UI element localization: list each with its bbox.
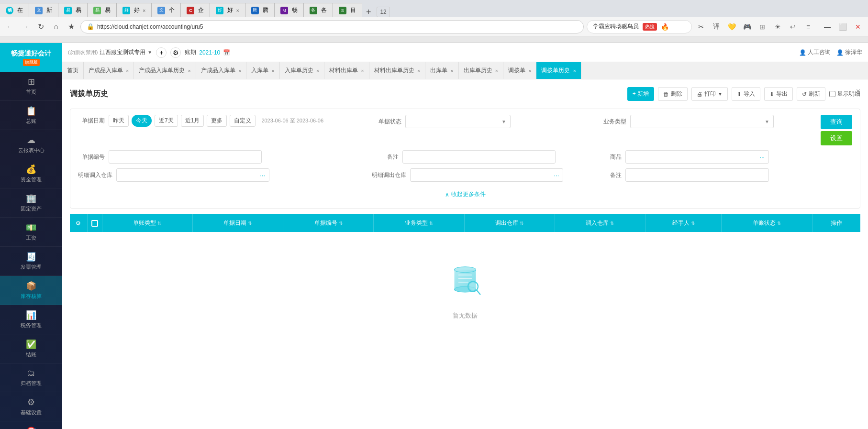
- browser-tab-6[interactable]: 文 个: [152, 3, 181, 17]
- maximize-button[interactable]: ⬜: [836, 21, 849, 33]
- browser-tab-10[interactable]: M 畅: [275, 3, 304, 17]
- date-7days-btn[interactable]: 近7天: [155, 115, 178, 127]
- goods-selector[interactable]: ···: [625, 150, 769, 164]
- tab-material-out-history[interactable]: 材料出库单历史 ×: [369, 62, 425, 79]
- tab-material-out[interactable]: 材料出库单 ×: [324, 62, 369, 79]
- browser-tab-9[interactable]: 腾 腾: [245, 3, 275, 17]
- sidebar-item-settings[interactable]: ⚙ 基础设置: [0, 392, 62, 421]
- sidebar-item-salary[interactable]: 💵 工资: [0, 218, 62, 247]
- th-checkbox[interactable]: [87, 214, 102, 232]
- customer-service-btn[interactable]: 👤 人工咨询: [799, 48, 831, 56]
- sidebar-item-report[interactable]: ☁ 云报表中心: [0, 130, 62, 159]
- grid-icon[interactable]: ⊞: [756, 21, 768, 33]
- browser-tab-5[interactable]: 好 好 ×: [117, 3, 152, 17]
- tab-count-badge[interactable]: 12: [377, 7, 389, 17]
- minimize-button[interactable]: —: [821, 21, 834, 33]
- forward-button[interactable]: →: [19, 21, 32, 33]
- th-doc-no[interactable]: 单据编号 ⇅: [283, 214, 374, 232]
- header-checkbox[interactable]: [91, 220, 98, 227]
- browser-tab-1[interactable]: 畅 在: [0, 3, 29, 17]
- browser-tab-8[interactable]: 好 好 ×: [210, 3, 245, 17]
- address-bar[interactable]: 🔒 https://cloud.chanjet.com/accounting/u…: [80, 20, 584, 33]
- refresh-button[interactable]: ↺ 刷新: [797, 87, 825, 101]
- tab-product-inbound-history-close[interactable]: ×: [188, 68, 190, 74]
- sidebar-item-assets[interactable]: 🏢 固定资产: [0, 188, 62, 218]
- th-out-warehouse[interactable]: 调出仓库 ⇅: [464, 214, 555, 232]
- page-close-button[interactable]: ×: [856, 87, 860, 96]
- docno-input[interactable]: [109, 150, 262, 164]
- th-doc-type[interactable]: 单账类型 ⇅: [102, 214, 192, 232]
- delete-button[interactable]: 🗑 删除: [658, 87, 688, 101]
- gear-settings-button[interactable]: ⚙: [170, 47, 181, 58]
- tab-transfer-close[interactable]: ×: [528, 68, 531, 74]
- tab-inbound[interactable]: 入库单 ×: [246, 62, 279, 79]
- tab-product-inbound2-close[interactable]: ×: [238, 68, 241, 74]
- browser-tab-11[interactable]: 各 各: [304, 3, 333, 17]
- tab-product-inbound-close[interactable]: ×: [126, 68, 129, 74]
- new-button[interactable]: + 新增: [627, 87, 654, 101]
- query-button[interactable]: 查询: [821, 115, 852, 129]
- new-tab-button[interactable]: +: [362, 7, 375, 17]
- date-1month-btn[interactable]: 近1月: [181, 115, 204, 127]
- note2-input[interactable]: [625, 168, 769, 182]
- filter-settings-button[interactable]: 设置: [821, 131, 852, 145]
- tab-close-5[interactable]: ×: [143, 8, 145, 13]
- tab-transfer[interactable]: 调拨单 ×: [503, 62, 536, 79]
- game-icon[interactable]: 🎮: [741, 21, 753, 33]
- warehouse-in-selector[interactable]: ···: [116, 168, 269, 182]
- tab-outbound-history-close[interactable]: ×: [495, 68, 498, 74]
- th-doc-status[interactable]: 单账状态 ⇅: [722, 214, 812, 232]
- tab-product-inbound2[interactable]: 产成品入库单 ×: [196, 62, 246, 79]
- th-handler[interactable]: 经手人 ⇅: [645, 214, 722, 232]
- menu-icon[interactable]: ≡: [802, 21, 814, 33]
- th-gear[interactable]: ⚙: [70, 214, 87, 232]
- tab-outbound-history[interactable]: 出库单历史 ×: [459, 62, 503, 79]
- browser-tab-2[interactable]: 文 新: [29, 3, 58, 17]
- tab-material-out-history-close[interactable]: ×: [417, 68, 420, 74]
- tab-transfer-history[interactable]: 调拨单历史 ×: [536, 62, 581, 79]
- sidebar-item-close[interactable]: ✅ 结账: [0, 334, 62, 363]
- browser-tab-3[interactable]: 易 易: [58, 3, 88, 17]
- sidebar-item-funds[interactable]: 💰 资金管理: [0, 159, 62, 188]
- calendar-icon[interactable]: 📅: [223, 49, 230, 56]
- tab-inbound-history[interactable]: 入库单历史 ×: [280, 62, 324, 79]
- th-in-warehouse[interactable]: 调入仓库 ⇅: [555, 214, 645, 232]
- import-button[interactable]: ⬆ 导入: [732, 87, 760, 101]
- refresh-browser-button[interactable]: ↻: [34, 21, 47, 33]
- back-button[interactable]: ←: [4, 21, 16, 33]
- browser-search-bar[interactable]: 学霸应聘场驱鸟员 热搜 🔥: [587, 20, 692, 33]
- date-yesterday-btn[interactable]: 昨天: [109, 115, 129, 127]
- sidebar-item-inventory[interactable]: 📦 库存核算: [0, 276, 62, 305]
- sidebar-item-archive[interactable]: 🗂 归档管理: [0, 363, 62, 392]
- tab-product-inbound[interactable]: 产成品入库单 ×: [84, 62, 134, 79]
- collapse-button[interactable]: ∧ 收起更多条件: [78, 187, 852, 202]
- company-selector[interactable]: (勿删勿禁用) 江西服宝测试专用 ▼: [68, 48, 152, 56]
- sidebar-item-ledger[interactable]: 📋 总账: [0, 101, 62, 130]
- status-select[interactable]: ▼: [405, 115, 511, 128]
- sidebar-item-invoice[interactable]: 🧾 发票管理: [0, 247, 62, 276]
- bookmark-button[interactable]: ★: [65, 21, 78, 33]
- sidebar-item-home[interactable]: ⊞ 首页: [0, 72, 62, 101]
- sidebar-item-guide[interactable]: 🎯 新手引导: [0, 421, 62, 429]
- browser-tab-12[interactable]: S 目: [333, 3, 362, 17]
- home-button[interactable]: ⌂: [50, 21, 62, 33]
- date-today-btn[interactable]: 今天: [132, 115, 152, 127]
- export-button[interactable]: ⬇ 导出: [764, 87, 793, 101]
- date-custom-btn[interactable]: 自定义: [230, 115, 256, 127]
- th-doc-date[interactable]: 单据日期 ⇅: [192, 214, 283, 232]
- sidebar-item-tax[interactable]: 📊 税务管理: [0, 305, 62, 334]
- wallet-icon[interactable]: 💛: [725, 21, 738, 33]
- business-type-select[interactable]: ▼: [630, 115, 774, 128]
- tab-close-8[interactable]: ×: [236, 8, 239, 13]
- add-company-button[interactable]: +: [156, 47, 167, 58]
- browser-tab-4[interactable]: 易 易: [88, 3, 117, 17]
- tab-outbound-close[interactable]: ×: [450, 68, 453, 74]
- warehouse-out-selector[interactable]: ···: [410, 168, 563, 182]
- tab-transfer-history-close[interactable]: ×: [573, 68, 576, 74]
- undo-icon[interactable]: ↩: [787, 21, 799, 33]
- tab-product-inbound-history[interactable]: 产成品入库单历史 ×: [134, 62, 196, 79]
- user-avatar[interactable]: 👤 徐泽华: [836, 48, 862, 56]
- close-browser-button[interactable]: ✕: [852, 21, 864, 33]
- display-checkbox[interactable]: [829, 91, 835, 97]
- note-input[interactable]: [402, 150, 556, 164]
